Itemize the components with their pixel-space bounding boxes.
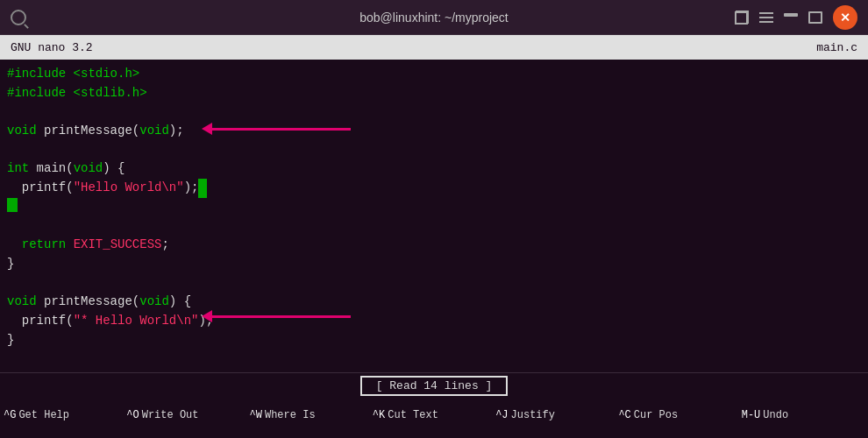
code-line-11: } (7, 255, 861, 274)
shortcut-key-undo: M-U (742, 409, 761, 421)
code-line-10: return EXIT_SUCCESS; (7, 236, 861, 255)
shortcut-label-curpos: Cur Pos (634, 409, 678, 421)
code-line-7: printf("Hello World\n"); (7, 179, 861, 198)
shortcut-key-curpos: ^C (618, 409, 630, 421)
code-line-1: #include <stdio.h> (7, 65, 861, 84)
nano-version: GNU nano 3.2 (11, 41, 93, 54)
code-line-13: void printMessage(void) { (7, 293, 861, 312)
search-icon (11, 10, 26, 25)
titlebar: bob@linuxhint: ~/myproject ✕ (0, 0, 868, 35)
code-line-2: #include <stdlib.h> (7, 84, 861, 103)
shortcut-bar-row1: ^G Get Help ^O Write Out ^W Where Is ^K … (0, 399, 868, 432)
code-line-5 (7, 141, 861, 160)
filename: main.c (816, 41, 857, 54)
shortcut-key-writeout: ^O (126, 409, 139, 421)
close-button[interactable]: ✕ (833, 5, 857, 30)
arrow-1 (202, 123, 351, 135)
code-line-3 (7, 102, 861, 122)
code-line-14: printf("* Hello World\n"); (7, 312, 861, 331)
shortcut-key-whereis: ^W (250, 409, 262, 421)
shortcut-get-help[interactable]: ^G Get Help (4, 409, 126, 421)
maximize-icon[interactable] (808, 11, 822, 24)
menu-icon[interactable] (759, 12, 773, 23)
code-line-9 (7, 217, 861, 237)
shortcut-where-is[interactable]: ^W Where Is (250, 409, 373, 421)
shortcut-label-justify: Justify (511, 409, 555, 421)
shortcut-cut-text[interactable]: ^K Cut Text (373, 409, 495, 421)
code-line-8 (7, 198, 861, 217)
shortcut-label-undo: Undo (763, 409, 788, 421)
shortcut-justify[interactable]: ^J Justify (495, 409, 618, 421)
shortcut-cur-pos[interactable]: ^C Cur Pos (618, 409, 741, 421)
code-line-15: } (7, 331, 861, 350)
nano-info-bar: GNU nano 3.2 main.c (0, 35, 868, 60)
code-line-6: int main(void) { (7, 159, 861, 179)
restore-icon[interactable] (735, 11, 749, 25)
minimize-icon[interactable] (784, 13, 798, 17)
status-message: [ Read 14 lines ] (360, 376, 509, 396)
code-line-12 (7, 274, 861, 293)
shortcut-label-whereis: Where Is (265, 409, 316, 421)
arrow-2 (202, 310, 351, 322)
shortcut-key-cuttext: ^K (373, 409, 385, 421)
status-bar: [ Read 14 lines ] (0, 372, 868, 399)
code-line-4: void printMessage(void); (7, 122, 861, 141)
shortcut-bar-row2: ^X Exit ^R Read File ^\ Replace ^U Uncut… (0, 432, 868, 438)
shortcut-label-cuttext: Cut Text (388, 409, 438, 421)
titlebar-left (11, 10, 26, 25)
titlebar-title: bob@linuxhint: ~/myproject (359, 11, 508, 25)
titlebar-controls: ✕ (735, 5, 857, 30)
shortcut-key-gethelp: ^G (4, 409, 16, 421)
shortcut-undo[interactable]: M-U Undo (742, 409, 864, 421)
shortcut-key-justify: ^J (495, 409, 508, 421)
shortcut-label-writeout: Write Out (142, 409, 199, 421)
editor-area[interactable]: #include <stdio.h> #include <stdlib.h> v… (0, 60, 868, 372)
shortcut-write-out[interactable]: ^O Write Out (126, 409, 249, 421)
shortcut-label-gethelp: Get Help (18, 409, 69, 421)
